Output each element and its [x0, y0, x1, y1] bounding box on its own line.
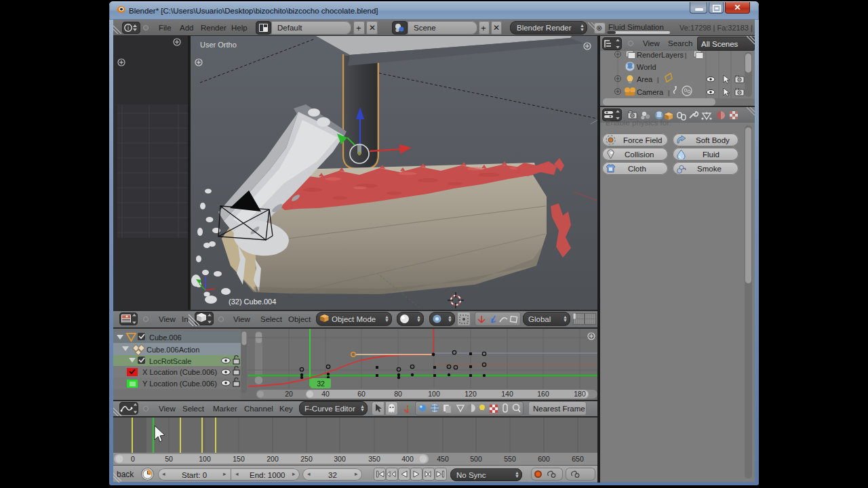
svg-text:180: 180: [574, 390, 586, 398]
svg-text:120: 120: [465, 390, 477, 398]
svg-text:80: 80: [394, 390, 402, 398]
svg-text:LocRotScale: LocRotScale: [149, 357, 191, 365]
svg-text:350: 350: [368, 455, 380, 463]
svg-text:User Ortho: User Ortho: [200, 41, 237, 49]
svg-text:650: 650: [572, 455, 584, 463]
svg-text:20: 20: [285, 390, 293, 398]
svg-text:|: |: [668, 89, 669, 96]
svg-text:32: 32: [317, 380, 325, 388]
svg-text:160: 160: [537, 390, 549, 398]
svg-text:Cube.006: Cube.006: [149, 333, 182, 342]
svg-text:500: 500: [470, 455, 482, 463]
svg-text:World: World: [637, 63, 656, 71]
svg-text:100: 100: [428, 390, 440, 398]
svg-text:200: 200: [267, 455, 279, 463]
svg-text:i: i: [127, 24, 129, 31]
svg-text:0: 0: [131, 455, 135, 463]
svg-text:300: 300: [334, 455, 346, 463]
svg-text:Y Location (Cube.006): Y Location (Cube.006): [142, 380, 217, 388]
svg-text:50: 50: [165, 455, 173, 463]
svg-text:140: 140: [501, 390, 513, 398]
svg-text:(32) Cube.004: (32) Cube.004: [229, 298, 276, 306]
svg-text:250: 250: [300, 455, 313, 463]
svg-text:100: 100: [199, 455, 211, 463]
svg-text:40: 40: [321, 390, 330, 398]
svg-text:600: 600: [538, 455, 550, 463]
svg-text:450: 450: [437, 455, 449, 463]
svg-text:|: |: [657, 77, 658, 83]
svg-text:|: |: [685, 52, 686, 59]
svg-text:550: 550: [504, 455, 516, 463]
svg-text:400: 400: [401, 455, 414, 463]
svg-text:Cube.006Action: Cube.006Action: [146, 346, 199, 354]
svg-text:Area: Area: [637, 75, 653, 83]
svg-text:RenderLayers: RenderLayers: [637, 51, 684, 59]
svg-text:Camera: Camera: [637, 88, 664, 96]
svg-text:60: 60: [357, 390, 366, 398]
svg-text:X Location (Cube.006): X Location (Cube.006): [142, 368, 217, 376]
svg-text:150: 150: [233, 455, 245, 463]
